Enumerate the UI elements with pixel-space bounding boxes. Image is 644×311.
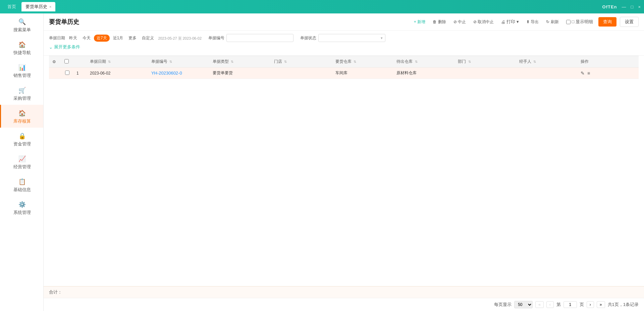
col-store[interactable]: 门店 ⇅ — [271, 56, 332, 68]
sidebar-item-basic-info-label: 基础信息 — [13, 187, 31, 193]
display-detail-label: □ 显示明细 — [572, 19, 593, 25]
sidebar-item-system-label: 系统管理 — [13, 210, 31, 216]
brand-label: OfTEn — [602, 4, 617, 9]
sidebar-item-basic-info[interactable]: 📋 基础信息 — [0, 173, 43, 196]
sort-store-icon: ⇅ — [284, 60, 287, 63]
basic-info-icon: 📋 — [18, 178, 26, 185]
tab-close-icon[interactable]: × — [49, 5, 51, 9]
content-area: 要货单历史 + 新增 🗑 删除 ⊘ 中止 ⊘ 取消中止 🖨 🖨 打印 打印 ▾ … — [44, 13, 644, 311]
page-size-select[interactable]: 10 20 50 100 — [514, 301, 533, 308]
page-input[interactable] — [564, 301, 577, 308]
print-button[interactable]: 🖨 🖨 打印 打印 ▾ — [499, 17, 521, 26]
page-label: 第 — [556, 302, 561, 308]
first-page-btn[interactable]: « — [535, 301, 544, 308]
col-doc-date[interactable]: 单据日期 ⇅ — [87, 56, 148, 68]
top-bar-right: OfTEn — □ × — [602, 4, 641, 9]
row-more-icon[interactable]: ≡ — [587, 71, 590, 76]
col-doc-no[interactable]: 单据编号 ⇅ — [148, 56, 209, 68]
sales-icon: 📊 — [18, 64, 26, 71]
row-settings-cell — [49, 68, 61, 79]
minimize-btn[interactable]: — — [622, 4, 626, 9]
doc-no-input[interactable] — [226, 34, 293, 42]
maximize-btn[interactable]: □ — [631, 4, 634, 9]
sidebar-item-system[interactable]: ⚙️ 系统管理 — [0, 196, 43, 219]
cancel-stop-button[interactable]: ⊘ 取消中止 — [471, 18, 496, 26]
page-header: 要货单历史 + 新增 🗑 删除 ⊘ 中止 ⊘ 取消中止 🖨 🖨 打印 打印 ▾ … — [44, 13, 644, 31]
delete-button[interactable]: 🗑 删除 — [431, 18, 448, 26]
status-select[interactable] — [318, 34, 385, 42]
page-label2: 页 — [580, 302, 584, 308]
tab-home[interactable]: 首页 — [3, 2, 20, 11]
date-btn-yesterday[interactable]: 昨天 — [67, 35, 79, 42]
row-checkbox[interactable] — [65, 71, 69, 75]
export-button[interactable]: ⬆ 导出 — [524, 18, 541, 26]
expand-more-btn[interactable]: ⌄ 展开更多条件 — [49, 42, 639, 52]
top-bar: 首页 要货单历史 × OfTEn — □ × — [0, 0, 644, 13]
row-checkbox-cell — [61, 68, 73, 79]
date-shortcuts: 昨天 今天 近7天 近1月 更多 自定义 — [67, 35, 156, 42]
date-btn-custom[interactable]: 自定义 — [140, 35, 156, 42]
col-settings[interactable]: ⚙ — [49, 56, 61, 68]
col-doc-type[interactable]: 单据类型 ⇅ — [209, 56, 271, 68]
quick-nav-icon: 🏠 — [18, 41, 26, 48]
date-btn-7days[interactable]: 近7天 — [94, 35, 110, 42]
sidebar-item-purchase-label: 采购管理 — [13, 95, 31, 101]
display-detail-checkbox[interactable] — [566, 20, 571, 24]
date-range-text: 2023-05-27 至 2023-06-02 — [158, 36, 202, 41]
sidebar-item-inventory[interactable]: 🏠 库存核算 — [0, 105, 43, 128]
data-table: ⚙ 单据日期 ⇅ 单据编号 ⇅ 单据类型 ⇅ — [49, 56, 639, 79]
row-store — [271, 68, 332, 79]
table-header-row: ⚙ 单据日期 ⇅ 单据编号 ⇅ 单据类型 ⇅ — [49, 56, 639, 68]
filter-row-1: 单据日期 昨天 今天 近7天 近1月 更多 自定义 2023-05-27 至 2… — [49, 34, 639, 42]
date-filter-group: 单据日期 昨天 今天 近7天 近1月 更多 自定义 2023-05-27 至 2… — [49, 35, 202, 42]
date-filter-label: 单据日期 — [49, 35, 65, 41]
table-area: ⚙ 单据日期 ⇅ 单据编号 ⇅ 单据类型 ⇅ — [44, 56, 644, 286]
tab-requisition-history[interactable]: 要货单历史 × — [21, 2, 55, 11]
select-all-checkbox[interactable] — [64, 59, 69, 63]
row-edit-icon[interactable]: ✎ — [581, 71, 585, 76]
sidebar-item-search-menu[interactable]: 🔍 搜索菜单 — [0, 13, 43, 36]
date-btn-1month[interactable]: 近1月 — [111, 35, 125, 42]
query-button[interactable]: 查询 — [598, 17, 616, 27]
row-doc-no: YH-20230602-0 — [148, 68, 209, 79]
col-handler[interactable]: 经手人 ⇅ — [516, 56, 577, 68]
col-department[interactable]: 部门 ⇅ — [454, 56, 516, 68]
sidebar-item-sales[interactable]: 📊 销售管理 — [0, 59, 43, 82]
settings-button[interactable]: 设置 — [620, 17, 639, 27]
table-row: 1 2023-06-02 YH-20230602-0 要货单要货 车间库 原材料… — [49, 68, 639, 79]
sidebar-item-quick-nav[interactable]: 🏠 快捷导航 — [0, 36, 43, 59]
window-close-btn[interactable]: × — [638, 4, 641, 9]
next-page-btn[interactable]: › — [587, 301, 594, 308]
date-btn-more[interactable]: 更多 — [126, 35, 139, 42]
operations-icon: 📈 — [18, 155, 26, 163]
sidebar-item-operations-label: 经营管理 — [13, 164, 31, 170]
sidebar-item-purchase[interactable]: 🛒 采购管理 — [0, 82, 43, 105]
row-actions: ✎ ≡ — [577, 68, 639, 79]
doc-no-link[interactable]: YH-20230602-0 — [151, 71, 182, 76]
sidebar-item-finance[interactable]: 🔒 资金管理 — [0, 128, 43, 150]
sidebar: 🔍 搜索菜单 🏠 快捷导航 📊 销售管理 🛒 采购管理 🏠 库存核算 🔒 资金管… — [0, 13, 44, 311]
sidebar-item-operations[interactable]: 📈 经营管理 — [0, 150, 43, 173]
display-detail-button[interactable]: □ 显示明细 — [564, 17, 595, 26]
status-filter-group: 单据状态 — [300, 34, 385, 42]
row-doc-date: 2023-06-02 — [87, 68, 148, 79]
tab-home-label: 首页 — [7, 4, 16, 10]
col-req-warehouse[interactable]: 要货仓库 ⇅ — [332, 56, 393, 68]
row-department — [454, 68, 516, 79]
add-button[interactable]: + 新增 — [412, 18, 427, 26]
last-page-btn[interactable]: » — [597, 301, 605, 308]
col-pending-warehouse[interactable]: 待出仓库 ⇅ — [393, 56, 454, 68]
status-label: 单据状态 — [300, 35, 316, 41]
date-btn-today[interactable]: 今天 — [80, 35, 93, 42]
sort-pending-warehouse-icon: ⇅ — [415, 60, 418, 63]
expand-label: 展开更多条件 — [54, 44, 80, 50]
refresh-button[interactable]: ↻ 刷新 — [544, 18, 560, 26]
table-body: 1 2023-06-02 YH-20230602-0 要货单要货 车间库 原材料… — [49, 68, 639, 79]
system-icon: ⚙️ — [18, 201, 26, 208]
finance-icon: 🔒 — [18, 132, 26, 140]
sort-req-warehouse-icon: ⇅ — [354, 60, 356, 63]
stop-button[interactable]: ⊘ 中止 — [451, 18, 468, 26]
row-req-warehouse: 车间库 — [332, 68, 393, 79]
prev-page-btn[interactable]: ‹ — [546, 301, 554, 308]
row-pending-warehouse: 原材料仓库 — [393, 68, 454, 79]
